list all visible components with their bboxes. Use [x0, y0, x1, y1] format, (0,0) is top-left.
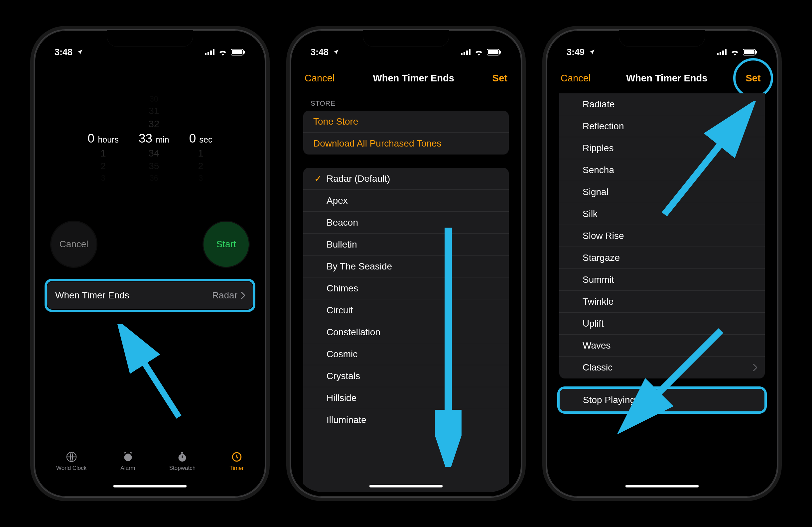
tone-row[interactable]: Reflection — [559, 115, 765, 137]
svg-point-9 — [124, 454, 132, 461]
tone-row[interactable]: Apex — [303, 190, 509, 212]
tab-timer[interactable]: Timer — [229, 450, 244, 471]
chevron-right-icon — [240, 292, 245, 299]
arrow-annotation — [106, 324, 192, 424]
phone-3: 3:49 Cancel When Timer Ends Set RadiateR… — [546, 29, 779, 498]
tone-row[interactable]: Uplift — [559, 313, 765, 335]
tone-label: Summit — [583, 274, 614, 285]
svg-rect-15 — [466, 50, 468, 55]
home-indicator[interactable] — [625, 485, 699, 487]
svg-rect-27 — [756, 51, 757, 54]
tone-label: Radiate — [583, 99, 615, 110]
tab-stopwatch[interactable]: Stopwatch — [169, 450, 195, 471]
tone-label: Chimes — [327, 283, 358, 294]
tone-label: Silk — [583, 209, 597, 219]
tab-alarm[interactable]: Alarm — [120, 450, 135, 471]
tone-row[interactable]: Circuit — [303, 299, 509, 321]
svg-rect-23 — [722, 50, 724, 55]
tone-row[interactable]: Hillside — [303, 387, 509, 409]
minutes-column[interactable]: 30 31 32 33 min 34 35 36 — [139, 94, 169, 183]
tones-list[interactable]: RadiateReflectionRipplesSenchaSignalSilk… — [559, 93, 765, 378]
tone-row[interactable]: Ripples — [559, 137, 765, 159]
tone-label: Classic — [583, 362, 612, 373]
tone-row[interactable]: Signal — [559, 181, 765, 203]
checkmark-icon: ✓ — [309, 173, 327, 184]
tone-row[interactable]: Bulletin — [303, 234, 509, 256]
signal-icon — [205, 49, 215, 55]
battery-icon — [231, 49, 245, 56]
tone-row[interactable]: Illuminate — [303, 409, 509, 431]
cancel-button[interactable]: Cancel — [561, 73, 591, 84]
tone-label: Waves — [583, 340, 611, 351]
tone-row[interactable]: Slow Rise — [559, 225, 765, 247]
svg-rect-26 — [744, 50, 754, 54]
location-icon — [76, 49, 83, 56]
home-indicator[interactable] — [369, 485, 443, 487]
location-icon — [333, 49, 339, 56]
notch — [107, 30, 193, 47]
phone-1: 3:48 — [33, 29, 266, 498]
signal-icon — [461, 49, 471, 55]
svg-rect-2 — [210, 50, 212, 55]
timer-cancel-button[interactable]: Cancel — [51, 222, 97, 267]
tone-row[interactable]: Twinkle — [559, 291, 765, 313]
seconds-column[interactable]: 0 sec 1 2 3 — [189, 94, 213, 183]
tab-world-clock[interactable]: World Clock — [56, 450, 86, 471]
tone-row[interactable]: By The Seaside — [303, 256, 509, 277]
tone-row[interactable]: Constellation — [303, 321, 509, 343]
set-button[interactable]: Set — [492, 73, 507, 84]
stop-playing-row[interactable]: Stop Playing — [557, 387, 767, 414]
cancel-button[interactable]: Cancel — [305, 73, 334, 84]
tone-row[interactable]: ✓Radar (Default) — [303, 168, 509, 190]
wifi-icon — [218, 49, 228, 56]
timer-start-button[interactable]: Start — [203, 222, 249, 267]
tone-picker-screen-bottom: 3:49 Cancel When Timer Ends Set RadiateR… — [551, 35, 773, 492]
tone-row[interactable]: Chimes — [303, 277, 509, 299]
tone-row[interactable]: Beacon — [303, 212, 509, 234]
home-indicator[interactable] — [113, 485, 187, 487]
tone-row[interactable]: Cosmic — [303, 343, 509, 365]
svg-rect-21 — [717, 53, 719, 55]
when-timer-ends-label: When Timer Ends — [55, 290, 129, 301]
svg-rect-24 — [725, 49, 727, 55]
status-time: 3:48 — [310, 47, 329, 58]
tones-list[interactable]: ✓Radar (Default)ApexBeaconBulletinBy The… — [303, 168, 509, 492]
tone-label: Twinkle — [583, 297, 613, 307]
alarm-icon — [121, 450, 135, 464]
tone-row[interactable]: Crystals — [303, 365, 509, 387]
tone-row[interactable]: Radiate — [559, 93, 765, 115]
tone-label: Reflection — [583, 121, 624, 132]
tone-row[interactable]: Silk — [559, 203, 765, 225]
download-all-link[interactable]: Download All Purchased Tones — [303, 133, 509, 154]
tone-row[interactable]: Sencha — [559, 159, 765, 181]
tone-label: Illuminate — [327, 415, 366, 425]
navbar-title: When Timer Ends — [334, 73, 492, 84]
timer-screen: 3:48 — [39, 35, 261, 492]
tone-store-link[interactable]: Tone Store — [303, 111, 509, 133]
navbar: Cancel When Timer Ends Set — [295, 65, 517, 91]
time-picker[interactable]: 0 hours 1 2 3 30 31 32 33 min 34 35 36 — [39, 65, 261, 212]
store-header: STORE — [310, 99, 502, 107]
tone-row[interactable]: Waves — [559, 335, 765, 357]
location-icon — [589, 49, 595, 56]
hours-column[interactable]: 0 hours 1 2 3 — [88, 94, 119, 183]
set-button[interactable]: Set — [743, 73, 764, 84]
tone-label: Crystals — [327, 371, 360, 381]
tone-label: Signal — [583, 187, 609, 197]
store-group: Tone Store Download All Purchased Tones — [303, 111, 509, 154]
tone-row[interactable]: Summit — [559, 269, 765, 291]
tone-label: Stargaze — [583, 253, 620, 263]
tone-label: Sencha — [583, 165, 614, 176]
tone-label: Circuit — [327, 305, 353, 316]
tone-row[interactable]: Classic — [559, 357, 765, 378]
svg-line-7 — [126, 334, 179, 417]
when-timer-ends-value: Radar — [212, 290, 237, 301]
svg-rect-18 — [488, 50, 498, 54]
chevron-right-icon — [752, 364, 757, 371]
notch — [619, 30, 705, 47]
when-timer-ends-row[interactable]: When Timer Ends Radar — [47, 282, 253, 310]
tone-row[interactable]: Stargaze — [559, 247, 765, 269]
svg-rect-13 — [461, 53, 463, 55]
svg-rect-5 — [232, 50, 242, 54]
svg-rect-16 — [469, 49, 470, 55]
